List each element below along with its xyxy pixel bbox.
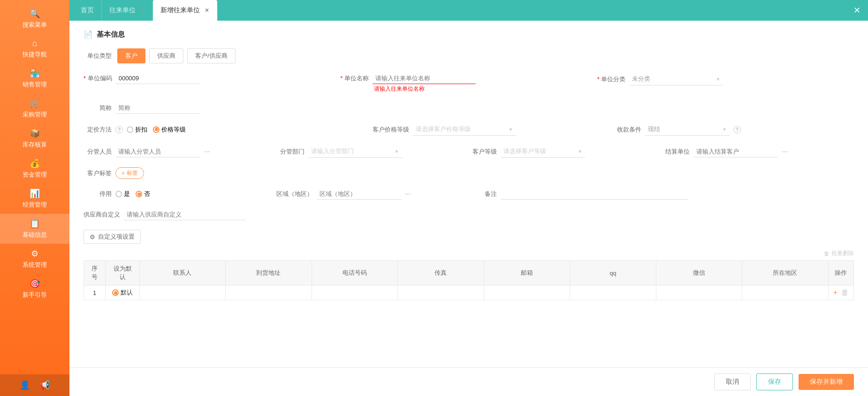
- col-address: 到货地址: [226, 261, 312, 286]
- cell-wechat[interactable]: [656, 286, 742, 300]
- save-button[interactable]: 保存: [756, 373, 793, 390]
- pricing-discount-radio[interactable]: [127, 126, 133, 133]
- pricing-discount-option[interactable]: 折扣: [127, 125, 147, 134]
- sidebar-item-sales[interactable]: 🏪 销售管理: [0, 63, 69, 93]
- window-close-button[interactable]: ✕: [850, 5, 864, 16]
- cell-fax[interactable]: [398, 286, 484, 300]
- search-icon: 🔍: [30, 8, 40, 19]
- notification-icon[interactable]: 📢: [39, 380, 50, 390]
- btn-both[interactable]: 客户/供应商: [187, 48, 236, 63]
- settlement-more-button[interactable]: ···: [780, 148, 790, 156]
- btn-customer[interactable]: 客户: [117, 48, 145, 63]
- address-input[interactable]: [230, 289, 307, 296]
- unit-name-error: 请输入往来单位名称: [374, 85, 425, 92]
- cell-contact[interactable]: [139, 286, 226, 300]
- row-default-radio-item[interactable]: 默认: [110, 288, 134, 297]
- row-actions: + 🗑: [833, 288, 849, 297]
- unit-name-input[interactable]: [373, 73, 476, 84]
- settlement-input[interactable]: [693, 146, 778, 157]
- manager-input[interactable]: [115, 146, 200, 157]
- contact-input[interactable]: [145, 289, 221, 296]
- remark-label: 备注: [469, 190, 497, 198]
- sidebar-item-finance[interactable]: 💰 资金管理: [0, 154, 69, 184]
- batch-delete-button[interactable]: 🗑 批量删除: [824, 249, 854, 257]
- row-default-label: 默认: [121, 288, 133, 297]
- supplier-custom-input[interactable]: [124, 209, 246, 220]
- email-input[interactable]: [489, 289, 565, 296]
- cell-email[interactable]: [484, 286, 570, 300]
- sidebar-item-guide-label: 新手引导: [23, 291, 47, 299]
- col-qq: qq: [570, 261, 656, 286]
- settlement-label: 结算单位: [662, 148, 690, 156]
- customer-price-level-select[interactable]: 请选择客户价格等级 ▼: [413, 123, 516, 136]
- tab-home[interactable]: 首页: [73, 0, 102, 21]
- cell-qq[interactable]: [570, 286, 656, 300]
- qq-input[interactable]: [575, 289, 651, 296]
- pricing-level-label: 价格等级: [161, 125, 186, 134]
- region-input[interactable]: [317, 188, 401, 200]
- fax-input[interactable]: [403, 289, 479, 296]
- contacts-table: 序号 设为默认 联系人 到货地址 电话号码 传真 邮箱 qq 微信 所在地区 操…: [84, 260, 854, 300]
- dept-select[interactable]: 请输入分管部门 ▼: [308, 145, 402, 158]
- sidebar-item-system[interactable]: ⚙ 系统管理: [0, 244, 69, 274]
- sidebar-item-quick-nav[interactable]: ⌂ 快捷导航: [0, 34, 69, 63]
- unit-code-input[interactable]: [116, 73, 200, 84]
- unit-code-label: 单位编码: [84, 74, 112, 83]
- short-name-label: 简称: [84, 104, 112, 112]
- phone-input[interactable]: [317, 289, 393, 296]
- btn-supplier[interactable]: 供应商: [149, 48, 183, 63]
- form-footer: 取消 保存 保存并新增: [69, 367, 868, 396]
- custom-settings-button[interactable]: ⚙ 自定义项设置: [84, 230, 141, 244]
- region-more-button[interactable]: ···: [403, 190, 413, 198]
- wechat-input[interactable]: [661, 289, 738, 296]
- quick-nav-icon: ⌂: [32, 39, 38, 48]
- tab-new-partner-close[interactable]: ✕: [205, 7, 209, 14]
- short-name-input[interactable]: [115, 102, 200, 114]
- cell-phone[interactable]: [312, 286, 398, 300]
- customer-price-level-group: 客户价格等级 请选择客户价格等级 ▼: [373, 123, 613, 136]
- row-default-radio[interactable]: [112, 289, 119, 296]
- sidebar-item-guide[interactable]: 🎯 新手引导: [0, 274, 69, 304]
- manager-row: 分管人员 ··· 分管部门 请输入分管部门 ▼ 客户等级 请选择客户等级 ▼: [84, 145, 854, 158]
- sidebar-item-operations[interactable]: 📊 经营管理: [0, 184, 69, 214]
- sidebar-item-purchase[interactable]: 🛒 采购管理: [0, 93, 69, 124]
- sidebar-item-operations-label: 经营管理: [23, 201, 47, 209]
- settlement-group: 结算单位 ···: [662, 146, 854, 157]
- disable-no-option[interactable]: 否: [136, 190, 150, 198]
- disable-no-radio[interactable]: [136, 191, 142, 197]
- col-contact: 联系人: [139, 261, 226, 286]
- sidebar-item-basic-info[interactable]: 📋 基础信息: [0, 214, 69, 244]
- cell-region[interactable]: [742, 286, 829, 300]
- sidebar-item-inventory[interactable]: 📦 库存核算: [0, 124, 69, 154]
- customer-level-select[interactable]: 请选择客户等级 ▼: [501, 145, 585, 158]
- payment-terms-select[interactable]: 现结 ▼: [645, 123, 730, 136]
- tab-partner-list[interactable]: 往来单位 ✕: [102, 0, 153, 21]
- delete-row-button[interactable]: 🗑: [841, 288, 849, 297]
- region-table-input[interactable]: [747, 289, 823, 296]
- user-icon[interactable]: 👤: [20, 380, 30, 390]
- payment-help-icon[interactable]: ?: [733, 126, 741, 133]
- pricing-level-radio[interactable]: [153, 126, 160, 133]
- add-row-button[interactable]: +: [833, 288, 838, 297]
- save-and-new-button[interactable]: 保存并新增: [799, 374, 854, 390]
- cancel-button[interactable]: 取消: [714, 373, 751, 390]
- sidebar-item-search[interactable]: 🔍 搜索菜单: [0, 4, 69, 34]
- customer-tag-label: 客户标签: [84, 169, 112, 178]
- sidebar-item-basic-info-label: 基础信息: [23, 231, 47, 239]
- unit-name-label: 单位名称: [340, 74, 369, 83]
- payment-terms-label: 收款条件: [613, 125, 641, 134]
- cell-address[interactable]: [226, 286, 312, 300]
- unit-category-select[interactable]: 未分类 ▼: [629, 73, 723, 85]
- pricing-help-icon[interactable]: ?: [115, 126, 123, 133]
- disable-yes-option[interactable]: 是: [115, 190, 130, 198]
- tab-partner-list-close[interactable]: ✕: [140, 7, 145, 14]
- manager-more-button[interactable]: ···: [202, 148, 212, 156]
- tab-new-partner[interactable]: 新增往来单位 ✕: [153, 0, 217, 21]
- disable-yes-radio[interactable]: [115, 191, 122, 197]
- disable-region-row: 停用 是 否 区域（地区） ···: [84, 188, 854, 200]
- operations-icon: 📊: [30, 188, 40, 199]
- pricing-level-option[interactable]: 价格等级: [153, 125, 186, 134]
- col-region: 所在地区: [742, 261, 829, 286]
- add-tag-button[interactable]: + 标签: [115, 167, 144, 179]
- remark-input[interactable]: [501, 188, 688, 200]
